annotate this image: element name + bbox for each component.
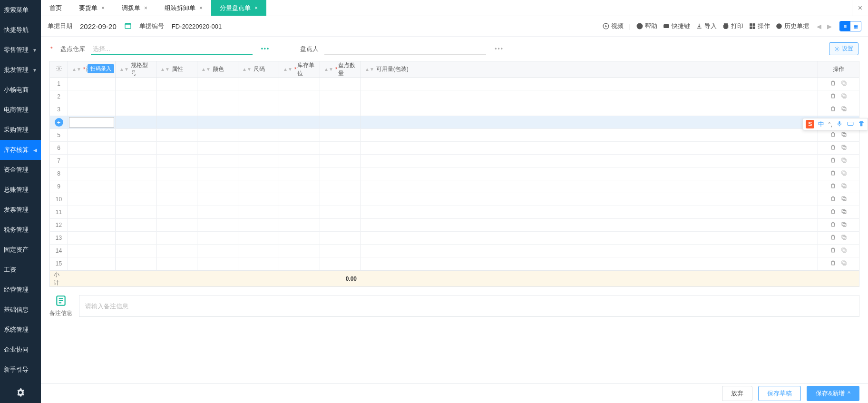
save-draft-button[interactable]: 保存草稿 [758,386,801,401]
table-row[interactable]: 3 [50,103,859,116]
cell[interactable] [68,219,116,231]
table-row[interactable]: 8 [50,167,859,180]
cell[interactable] [156,142,197,154]
copy-row-icon[interactable] [841,196,847,203]
cell[interactable] [68,193,116,206]
warehouse-more-icon[interactable]: ••• [261,46,270,52]
cell[interactable] [68,257,116,270]
cell[interactable] [68,129,116,141]
delete-row-icon[interactable] [830,260,836,267]
cell[interactable] [238,78,279,90]
cell[interactable] [361,206,818,218]
cell[interactable] [197,257,238,270]
table-row[interactable]: 10 [50,193,859,206]
copy-row-icon[interactable] [841,80,847,88]
cell[interactable] [197,78,238,90]
warehouse-input[interactable] [91,43,253,55]
add-row-icon[interactable]: + [55,118,63,127]
cell[interactable] [279,90,320,103]
cell[interactable] [197,155,238,167]
settings-button[interactable]: 设置 [829,42,858,55]
delete-row-icon[interactable] [830,208,836,216]
cell[interactable] [116,193,156,206]
cell[interactable] [197,116,238,128]
cell[interactable] [320,78,361,90]
cell[interactable] [238,257,279,270]
col-attr[interactable]: ▲▼属性 [156,61,197,77]
copy-row-icon[interactable] [841,170,847,177]
cell[interactable] [116,116,156,128]
sidebar-item[interactable]: 税务管理 [0,220,41,240]
cell[interactable] [361,78,818,90]
cell[interactable] [68,142,116,154]
cell[interactable] [197,167,238,180]
cell[interactable] [116,219,156,231]
cell[interactable] [156,78,197,90]
cell[interactable] [320,167,361,180]
col-size[interactable]: ▲▼尺码 [238,61,279,77]
delete-row-icon[interactable] [830,157,836,165]
cell[interactable] [68,167,116,180]
cell[interactable] [320,245,361,257]
cell[interactable] [156,219,197,231]
sidebar-item[interactable]: 电商管理 [0,100,41,120]
cell[interactable] [116,232,156,244]
cell[interactable] [238,180,279,193]
delete-row-icon[interactable] [830,80,836,88]
cell[interactable] [279,180,320,193]
cell[interactable] [279,142,320,154]
delete-row-icon[interactable] [830,183,836,190]
sidebar-item[interactable]: 批发管理▼ [0,60,41,80]
cell[interactable] [279,155,320,167]
cell[interactable] [361,90,818,103]
cell[interactable] [156,155,197,167]
cell[interactable] [116,206,156,218]
cell[interactable] [116,155,156,167]
history-link[interactable]: 历史单据 [776,22,809,30]
cell[interactable] [238,116,279,128]
cell[interactable] [68,78,116,90]
delete-row-icon[interactable] [830,170,836,177]
view-grid-icon[interactable]: ▦ [850,21,861,31]
cell[interactable] [116,245,156,257]
tab[interactable]: 要货单× [70,0,113,16]
delete-row-icon[interactable] [830,221,836,229]
cell[interactable] [279,167,320,180]
col-spec[interactable]: ▲▼规格型号 [116,61,156,77]
cell[interactable] [116,90,156,103]
cell[interactable] [238,232,279,244]
sidebar-item[interactable]: 新手引导 [0,360,41,380]
cell[interactable] [197,245,238,257]
tab[interactable]: 调拨单× [113,0,156,16]
remark-input[interactable] [79,295,859,317]
cell[interactable] [361,116,818,128]
cell[interactable] [156,206,197,218]
sidebar-item[interactable]: 库存核算◀ [0,140,41,160]
col-product[interactable]: ▲▼*商品扫码录入 [68,61,116,77]
copy-row-icon[interactable] [841,157,847,165]
cell[interactable] [238,155,279,167]
cell[interactable] [238,129,279,141]
sidebar-item[interactable]: 经营管理 [0,280,41,300]
cell[interactable] [68,245,116,257]
cell[interactable] [68,155,116,167]
cell[interactable] [156,232,197,244]
cell[interactable] [279,206,320,218]
sidebar-item[interactable]: 快捷导航 [0,20,41,40]
cell[interactable] [68,180,116,193]
cell[interactable] [361,193,818,206]
cell[interactable] [156,129,197,141]
table-row[interactable]: 15 [50,257,859,270]
cell[interactable] [320,219,361,231]
sidebar-item[interactable]: 固定资产 [0,240,41,260]
cell[interactable] [238,219,279,231]
cell[interactable] [197,103,238,116]
copy-row-icon[interactable] [841,234,847,242]
tab[interactable]: 首页 [41,0,70,16]
copy-row-icon[interactable] [841,260,847,267]
cell[interactable] [156,180,197,193]
save-new-button[interactable]: 保存&新增^ [807,386,859,401]
table-row[interactable]: 9 [50,180,859,193]
cell[interactable] [320,90,361,103]
cell[interactable] [361,219,818,231]
